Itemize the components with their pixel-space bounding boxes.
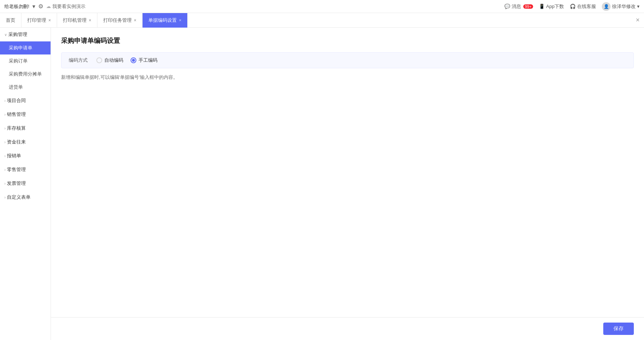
- tab-bar: 首页 打印管理 × 打印机管理 × 打印任务管理 × 单据编码设置 × ×: [0, 13, 644, 28]
- sidebar-group-invoice-mgmt-label: 发票管理: [7, 180, 26, 187]
- top-bar: 给老板勿刪! ▾ ⚙ ☁ 我要看实例演示 💬 消息 99+ 📱 App下数 🎧 …: [0, 0, 644, 13]
- top-bar-right: 💬 消息 99+ 📱 App下数 🎧 在线客服 👤 徐泽华修改 ▾: [504, 2, 640, 11]
- main-footer: 保存: [51, 317, 644, 340]
- encoding-row: 编码方式 自动编码 手工编码: [61, 52, 634, 68]
- sidebar: ∨ 采购管理 采购申请单 采购订单 采购费用分摊单 进货单 › 项目合同 › 销…: [0, 28, 51, 340]
- radio-manual[interactable]: 手工编码: [131, 57, 157, 64]
- sidebar-group-return-header[interactable]: › 报销单: [0, 149, 51, 163]
- tab-print-task-mgmt-close[interactable]: ×: [134, 18, 136, 23]
- radio-auto[interactable]: 自动编码: [96, 57, 123, 64]
- user-menu[interactable]: 👤 徐泽华修改 ▾: [602, 2, 640, 11]
- sidebar-group-project-contract-header[interactable]: › 项目合同: [0, 94, 51, 108]
- tab-print-mgmt[interactable]: 打印管理 ×: [21, 13, 57, 28]
- arrow-right-icon3: ›: [4, 126, 5, 130]
- page-close-button[interactable]: ×: [636, 16, 640, 24]
- sidebar-group-return-label: 报销单: [7, 153, 21, 159]
- sidebar-group-project-contract: › 项目合同: [0, 94, 51, 108]
- arrow-right-icon4: ›: [4, 140, 5, 144]
- app-download-icon: 📱: [539, 4, 545, 9]
- sidebar-group-purchase-mgmt: ∨ 采购管理 采购申请单 采购订单 采购费用分摊单 进货单: [0, 28, 51, 94]
- settings-icon[interactable]: ⚙: [38, 3, 43, 10]
- sidebar-group-sales-mgmt-header[interactable]: › 销售管理: [0, 108, 51, 121]
- tab-home[interactable]: 首页: [0, 13, 21, 28]
- tab-printer-mgmt-close[interactable]: ×: [89, 18, 91, 23]
- top-bar-left: 给老板勿刪! ▾ ⚙ ☁ 我要看实例演示: [4, 3, 85, 10]
- main-content: 采购申请单编码设置 编码方式 自动编码 手工编码: [51, 28, 644, 317]
- sidebar-group-sales-mgmt: › 销售管理: [0, 108, 51, 121]
- sidebar-group-invoice-mgmt-header[interactable]: › 发票管理: [0, 177, 51, 190]
- tab-printer-mgmt[interactable]: 打印机管理 ×: [57, 13, 97, 28]
- sidebar-group-purchase-mgmt-header[interactable]: ∨ 采购管理: [0, 28, 51, 41]
- message-badge: 99+: [523, 4, 533, 9]
- sidebar-group-custom-forms: › 自定义表单: [0, 190, 51, 204]
- radio-auto-label: 自动编码: [104, 57, 123, 64]
- app-download-action[interactable]: 📱 App下数: [539, 3, 564, 10]
- radio-auto-circle: [96, 57, 102, 63]
- arrow-right-icon8: ›: [4, 195, 5, 199]
- sidebar-item-purchase-order[interactable]: 采购订单: [0, 54, 51, 68]
- sidebar-group-retail-mgmt-label: 零售管理: [7, 166, 26, 173]
- tab-print-task-mgmt-label: 打印任务管理: [103, 17, 132, 24]
- message-label: 消息: [512, 3, 521, 10]
- demo-link[interactable]: ☁ 我要看实例演示: [46, 3, 85, 10]
- radio-manual-dot: [132, 59, 135, 62]
- sidebar-group-capital-header[interactable]: › 资金往来: [0, 135, 51, 149]
- tab-single-barcode-close[interactable]: ×: [179, 18, 181, 23]
- dropdown-icon[interactable]: ▾: [32, 3, 35, 10]
- online-service-action[interactable]: 🎧 在线客服: [570, 3, 596, 10]
- message-icon: 💬: [504, 4, 510, 9]
- arrow-down-icon: ∨: [4, 33, 7, 37]
- brand-text: 给老板勿刪!: [4, 3, 29, 10]
- message-action[interactable]: 💬 消息 99+: [504, 3, 533, 10]
- page-title: 采购申请单编码设置: [61, 36, 634, 45]
- sidebar-item-goods-receipt[interactable]: 进货单: [0, 81, 51, 94]
- arrow-right-icon7: ›: [4, 182, 5, 186]
- sidebar-group-project-contract-label: 项目合同: [7, 97, 26, 104]
- cloud-icon: ☁: [46, 4, 51, 9]
- tab-print-mgmt-close[interactable]: ×: [48, 18, 51, 23]
- sidebar-group-capital: › 资金往来: [0, 135, 51, 149]
- sidebar-group-inventory: › 库存核算: [0, 121, 51, 135]
- tab-single-barcode[interactable]: 单据编码设置 ×: [143, 13, 188, 28]
- user-name: 徐泽华修改: [612, 3, 636, 10]
- tab-single-barcode-label: 单据编码设置: [148, 17, 177, 24]
- sidebar-group-invoice-mgmt: › 发票管理: [0, 177, 51, 190]
- user-dropdown-icon: ▾: [637, 4, 640, 9]
- online-service-icon: 🎧: [570, 4, 576, 9]
- encoding-label: 编码方式: [69, 57, 88, 64]
- sidebar-group-retail-mgmt-header[interactable]: › 零售管理: [0, 163, 51, 177]
- radio-group: 自动编码 手工编码: [96, 57, 157, 64]
- arrow-right-icon5: ›: [4, 154, 5, 158]
- main-panel: 采购申请单编码设置 编码方式 自动编码 手工编码: [51, 28, 644, 340]
- arrow-right-icon6: ›: [4, 168, 5, 172]
- sidebar-group-custom-forms-label: 自定义表单: [7, 194, 31, 201]
- sidebar-group-inventory-label: 库存核算: [7, 125, 26, 131]
- online-service-label: 在线客服: [577, 3, 596, 10]
- sidebar-group-return: › 报销单: [0, 149, 51, 163]
- radio-manual-circle: [131, 57, 136, 63]
- sidebar-group-sales-mgmt-label: 销售管理: [7, 111, 26, 118]
- tab-printer-mgmt-label: 打印机管理: [63, 17, 87, 24]
- sidebar-group-retail-mgmt: › 零售管理: [0, 163, 51, 177]
- tab-print-task-mgmt[interactable]: 打印任务管理 ×: [97, 13, 143, 28]
- sidebar-group-purchase-mgmt-label: 采购管理: [8, 31, 27, 38]
- tab-home-label: 首页: [6, 17, 15, 24]
- tab-print-mgmt-label: 打印管理: [27, 17, 46, 24]
- sidebar-group-inventory-header[interactable]: › 库存核算: [0, 121, 51, 135]
- arrow-right-icon: ›: [4, 99, 5, 103]
- save-button[interactable]: 保存: [603, 323, 634, 335]
- arrow-right-icon2: ›: [4, 113, 5, 117]
- sidebar-group-custom-forms-header[interactable]: › 自定义表单: [0, 190, 51, 204]
- sidebar-item-purchase-expense[interactable]: 采购费用分摊单: [0, 68, 51, 81]
- layout: ∨ 采购管理 采购申请单 采购订单 采购费用分摊单 进货单 › 项目合同 › 销…: [0, 28, 644, 340]
- hint-text: 新增和编辑单据时,可以编辑'单据编号'输入框中的内容。: [61, 74, 634, 81]
- app-download-label: App下数: [546, 3, 564, 10]
- radio-manual-label: 手工编码: [139, 57, 157, 64]
- sidebar-group-capital-label: 资金往来: [7, 139, 26, 145]
- avatar: 👤: [602, 2, 611, 11]
- sidebar-item-purchase-request[interactable]: 采购申请单: [0, 41, 51, 54]
- demo-text: 我要看实例演示: [52, 3, 85, 10]
